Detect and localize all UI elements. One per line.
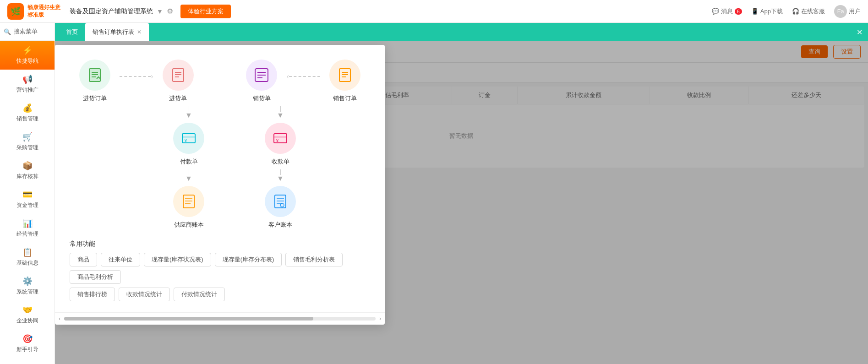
receipt-bill-node[interactable]: ¥ 收款单 bbox=[253, 123, 308, 166]
phone-icon: 📱 bbox=[751, 8, 759, 15]
tab-home[interactable]: 首页 bbox=[59, 23, 85, 41]
sidebar-item-inventory[interactable]: 📦 库存核算 bbox=[0, 156, 55, 185]
purchase-bill-label: 进货单 bbox=[169, 94, 187, 103]
sales-order-circle bbox=[329, 60, 360, 91]
flow-row-2: ¥ 付款单 bbox=[70, 119, 370, 169]
enterprise-icon: 🤝 bbox=[22, 305, 33, 315]
common-btn-counterparty[interactable]: 往来单位 bbox=[101, 253, 140, 266]
sidebar-item-marketing[interactable]: 📢 营销推广 bbox=[0, 70, 55, 98]
arrow-cell-receipt: ▼ bbox=[253, 169, 308, 182]
down-arrow-payment: ▼ bbox=[185, 175, 192, 182]
svg-text:¥: ¥ bbox=[184, 138, 187, 143]
tab-close-icon[interactable]: ✕ bbox=[137, 29, 142, 35]
system-icon: ⚙️ bbox=[22, 276, 33, 286]
top-header: 🌿 畅康通好生意 标准版 装备及固定资产辅助管理系统 ▼ ⚙ 体验行业方案 💬 … bbox=[0, 0, 868, 23]
sidebar-item-basic[interactable]: 📋 基础信息 bbox=[0, 243, 55, 272]
supplier-account-circle bbox=[173, 186, 204, 217]
page-area: ❓ 帮助 🖨 按模板打印 ▼ ⬆ 导出 ▼ 🔄 刷新 bbox=[55, 41, 868, 364]
scroll-thumb bbox=[64, 317, 313, 321]
flow-row-3: 供应商账本 bbox=[70, 182, 370, 233]
operation-icon: 📊 bbox=[22, 218, 33, 228]
common-btn-product-gross[interactable]: 商品毛利分析 bbox=[70, 270, 121, 284]
main-layout: 🔍 搜索菜单 ⚡ 快捷导航 📢 营销推广 💰 销售管理 🛒 采购管理 📦 库存核… bbox=[0, 23, 868, 364]
common-btn-stock-status[interactable]: 现存量(库存状况表) bbox=[144, 253, 211, 266]
arrow-cell-purchase-bill: ▼ bbox=[161, 106, 216, 119]
common-btn-sales-rank[interactable]: 销售排行榜 bbox=[70, 288, 115, 301]
sidebar-search[interactable]: 🔍 搜索菜单 bbox=[0, 23, 55, 41]
popup-panel: 进货订单 › bbox=[55, 45, 385, 325]
tab-sales-order[interactable]: 销售订单执行表 ✕ bbox=[85, 23, 149, 41]
common-functions-section: 常用功能 商品 往来单位 现存量(库存状况表) 现存量(库存分布表) 销售毛利分… bbox=[70, 233, 370, 305]
sales-order-label: 销售订单 bbox=[333, 94, 357, 103]
online-service-action[interactable]: 🎧 在线客服 bbox=[792, 7, 825, 16]
sidebar-item-sales[interactable]: 💰 销售管理 bbox=[0, 98, 55, 127]
system-title-area: 装备及固定资产辅助管理系统 ▼ ⚙ 体验行业方案 bbox=[70, 5, 712, 18]
sidebar: 🔍 搜索菜单 ⚡ 快捷导航 📢 营销推广 💰 销售管理 🛒 采购管理 📦 库存核… bbox=[0, 23, 55, 364]
gear-icon[interactable]: ⚙ bbox=[167, 7, 173, 16]
purchase-order-label: 进货订单 bbox=[83, 94, 107, 103]
customer-account-label: 客户账本 bbox=[268, 221, 292, 229]
common-btn-stock-dist[interactable]: 现存量(库存分布表) bbox=[215, 253, 282, 266]
purchase-order-node[interactable]: 进货订单 bbox=[70, 60, 120, 103]
sidebar-item-finance[interactable]: 💳 资金管理 bbox=[0, 185, 55, 214]
svg-rect-23 bbox=[183, 195, 194, 208]
basic-icon: 📋 bbox=[22, 247, 33, 257]
scroll-left-arrow[interactable]: ‹ bbox=[59, 315, 60, 322]
tab-bar: 首页 销售订单执行表 ✕ ✕ bbox=[55, 23, 868, 41]
flow-diagram: 进货订单 › bbox=[70, 56, 370, 233]
sales-bill-label: 销货单 bbox=[253, 94, 271, 103]
arrow-row-1: ▼ ▼ bbox=[70, 106, 370, 119]
arrow-cell-sales-bill: ▼ bbox=[253, 106, 308, 119]
arrow-h-1: › bbox=[120, 72, 153, 81]
purchase-bill-circle bbox=[163, 60, 194, 91]
message-badge: 6 bbox=[735, 8, 742, 15]
sales-bill-circle bbox=[246, 60, 277, 91]
arrow-h-2: ‹ bbox=[287, 72, 320, 81]
message-action[interactable]: 💬 消息 6 bbox=[712, 7, 742, 16]
down-arrow-purchase: ▼ bbox=[185, 112, 192, 119]
down-arrow-receipt: ▼ bbox=[277, 175, 284, 182]
sales-icon: 💰 bbox=[22, 103, 33, 113]
scroll-right-arrow[interactable]: › bbox=[379, 315, 381, 322]
popup-overlay[interactable]: 进货订单 › bbox=[55, 41, 868, 364]
sidebar-item-system[interactable]: ⚙️ 系统管理 bbox=[0, 272, 55, 300]
payment-bill-node[interactable]: ¥ 付款单 bbox=[161, 123, 216, 166]
svg-text:¥: ¥ bbox=[276, 138, 279, 143]
common-btn-receipt-stats[interactable]: 收款情况统计 bbox=[119, 288, 170, 301]
message-icon: 💬 bbox=[712, 8, 719, 15]
sidebar-item-guide[interactable]: 🎯 新手引导 bbox=[0, 329, 55, 358]
dropdown-icon[interactable]: ▼ bbox=[157, 8, 163, 15]
arrow-row-2: ▼ ▼ bbox=[70, 169, 370, 182]
customer-account-node[interactable]: 客户账本 bbox=[253, 186, 308, 229]
sidebar-item-operation[interactable]: 📊 经营管理 bbox=[0, 214, 55, 243]
scroll-hint: ‹ › bbox=[55, 312, 385, 325]
scroll-track[interactable] bbox=[64, 317, 376, 321]
supplier-account-label: 供应商账本 bbox=[174, 221, 204, 229]
arrow-cell-payment: ▼ bbox=[161, 169, 216, 182]
customer-account-circle bbox=[265, 186, 296, 217]
receipt-bill-circle: ¥ bbox=[265, 123, 296, 154]
logo-text: 畅康通好生意 标准版 bbox=[27, 4, 60, 18]
close-all-tabs-button[interactable]: ✕ bbox=[855, 26, 864, 38]
payment-bill-label: 付款单 bbox=[180, 158, 198, 166]
sales-order-node[interactable]: 销售订单 bbox=[320, 60, 370, 103]
purchase-icon: 🛒 bbox=[22, 132, 33, 142]
sidebar-item-purchase[interactable]: 🛒 采购管理 bbox=[0, 127, 55, 156]
experience-button[interactable]: 体验行业方案 bbox=[180, 5, 231, 18]
common-btn-sales-gross[interactable]: 销售毛利分析表 bbox=[285, 253, 343, 266]
guide-icon: 🎯 bbox=[22, 334, 33, 344]
sidebar-item-quick-nav[interactable]: ⚡ 快捷导航 bbox=[0, 41, 55, 70]
user-action[interactable]: Ea 用户 bbox=[834, 5, 861, 18]
supplier-account-node[interactable]: 供应商账本 bbox=[161, 186, 216, 229]
common-btn-product[interactable]: 商品 bbox=[70, 253, 97, 266]
app-download-action[interactable]: 📱 App下载 bbox=[751, 7, 783, 16]
sidebar-item-enterprise[interactable]: 🤝 企业协同 bbox=[0, 300, 55, 329]
common-functions-title: 常用功能 bbox=[70, 240, 370, 248]
payment-bill-circle: ¥ bbox=[173, 123, 204, 154]
sales-bill-node[interactable]: 销货单 bbox=[236, 60, 286, 103]
main-content: 首页 销售订单执行表 ✕ ✕ ❓ 帮助 🖨 按模板打印 ▼ bbox=[55, 23, 868, 364]
quick-nav-icon: ⚡ bbox=[22, 45, 33, 55]
marketing-icon: 📢 bbox=[22, 74, 33, 84]
common-btn-payment-stats[interactable]: 付款情况统计 bbox=[174, 288, 225, 301]
purchase-bill-node[interactable]: 进货单 bbox=[153, 60, 203, 103]
